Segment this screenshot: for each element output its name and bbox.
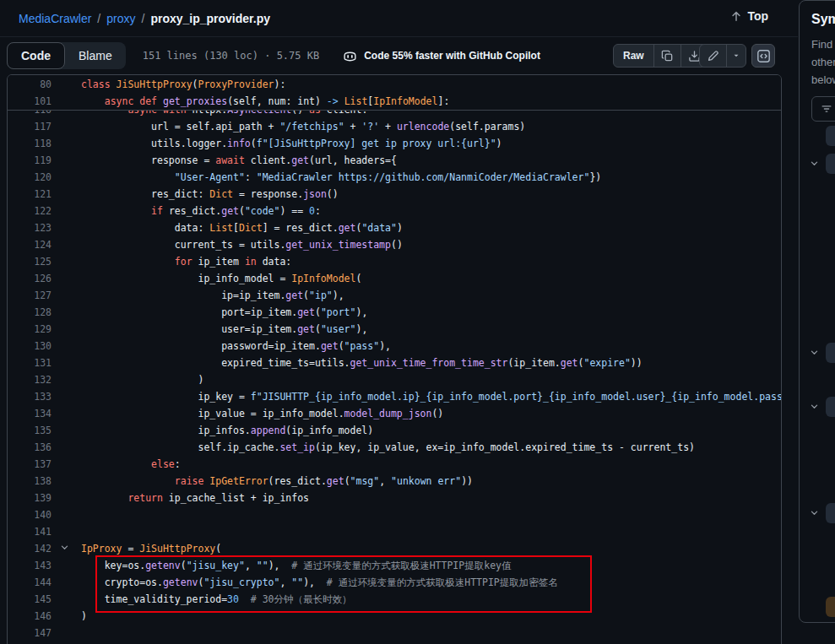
line-number[interactable]: 123 [8,222,52,234]
copy-button[interactable] [653,45,680,67]
breadcrumb-folder-link[interactable]: proxy [106,12,135,25]
code-line-138: 138 raise IpGetError(res_dict.get("msg",… [8,473,781,490]
breadcrumb-filename: proxy_ip_provider.py [150,12,270,25]
line-number[interactable]: 139 [8,492,52,504]
line-number[interactable]: 147 [8,627,52,639]
code-text: response = await client.get(url, headers… [52,152,397,169]
file-info: 151 lines (130 loc) · 5.75 KB [143,50,320,62]
line-number[interactable]: 122 [8,205,52,217]
copilot-label: Code 55% faster with GitHub Copilot [364,50,540,62]
code-line-146: 146) [8,608,781,625]
line-number[interactable]: 138 [8,475,52,487]
code-line-135: 135 ip_infos.append(ip_info_model) [8,422,781,439]
copilot-icon [343,49,357,63]
line-number[interactable]: 119 [8,154,52,166]
line-number[interactable]: 132 [8,374,52,386]
line-number[interactable]: 130 [8,340,52,352]
code-symbol-icon [756,49,771,63]
line-number[interactable]: 124 [8,239,52,251]
breadcrumb-separator: / [97,12,100,25]
symbol-item[interactable] [800,597,835,617]
chevron-down-icon[interactable] [810,159,819,168]
line-number[interactable]: 146 [8,610,52,622]
line-number[interactable]: 80 [8,78,52,90]
line-number[interactable]: 118 [8,138,52,149]
line-number[interactable]: 134 [8,408,52,419]
line-number[interactable]: 126 [8,273,52,284]
line-number[interactable]: 142 [8,543,52,555]
code-text: current_ts = utils.get_unix_timestamp() [52,236,403,253]
symbol-chip[interactable] [826,126,835,146]
code-blame-switch: Code Blame [7,42,126,69]
raw-button-group: Raw [613,44,708,68]
line-number[interactable]: 143 [8,560,52,571]
tab-code[interactable]: Code [7,42,65,69]
symbol-item[interactable] [800,397,835,417]
code-text: if res_dict.get("code") == 0: [52,203,321,219]
back-to-top-label: Top [747,9,768,23]
copilot-banner[interactable]: Code 55% faster with GitHub Copilot [343,49,540,63]
code-line-137: 137 else: [8,456,781,473]
line-number[interactable]: 117 [8,121,52,133]
line-number[interactable]: 121 [8,188,52,200]
code-text: raise IpGetError(res_dict.get("msg", "un… [52,473,473,490]
collapse-chevron-icon[interactable] [60,543,69,552]
line-number[interactable]: 131 [8,357,52,369]
symbols-toggle-button[interactable] [751,44,775,68]
code-line-123: 123 data: List[Dict] = res_dict.get("dat… [8,219,781,236]
line-number[interactable]: 129 [8,323,52,335]
chevron-down-icon[interactable] [810,348,819,357]
breadcrumb-repo-link[interactable]: MediaCrawler [19,12,91,25]
symbol-chip[interactable] [826,154,835,174]
symbol-chip[interactable] [826,503,835,523]
line-number[interactable]: 120 [8,171,52,183]
code-line-130: 130 password=ip_item.get("pass"), [8,338,781,354]
code-line-80: 80class JiSuHttpProxy(ProxyProvider): [8,76,781,93]
line-number[interactable]: 136 [8,441,52,453]
back-to-top-button[interactable]: Top [730,9,768,23]
code-text: key=os.getenv("jisu_key", ""), # 通过环境变量的… [52,557,512,574]
symbols-filter-input[interactable] [811,96,835,122]
line-number[interactable]: 144 [8,576,52,588]
breadcrumb-separator: / [141,12,144,25]
tab-blame[interactable]: Blame [65,42,126,69]
line-number[interactable]: 137 [8,458,52,470]
code-line-139: 139 return ip_cache_list + ip_infos [8,490,781,506]
code-line-129: 129 user=ip_item.get("user"), [8,321,781,338]
code-text: ip=ip_item.get("ip"), [52,287,344,304]
code-line-118: 118 utils.logger.info(f"[JiSuHttpProxy] … [8,135,781,152]
line-number[interactable]: 135 [8,425,52,436]
code-text: ip_key = f"JISUHTTP_{ip_info_model.ip}_{… [52,388,782,405]
code-line-143: 143 key=os.getenv("jisu_key", ""), # 通过环… [8,557,781,574]
edit-button[interactable] [700,45,726,67]
line-number[interactable]: 140 [8,509,52,521]
line-number[interactable]: 125 [8,256,52,268]
line-number[interactable]: 101 [8,95,52,107]
symbol-item[interactable] [800,503,835,523]
symbol-item[interactable] [800,126,835,146]
line-number[interactable]: 145 [8,593,52,605]
code-text: IpProxy = JiSuHttpProxy( [52,540,221,557]
line-number[interactable]: 128 [8,306,52,318]
code-text: ) [52,608,87,625]
symbol-item[interactable] [800,154,835,174]
chevron-down-icon[interactable] [810,508,819,517]
symbol-item[interactable] [800,343,835,363]
file-toolbar: Code Blame 151 lines (130 loc) · 5.75 KB… [0,37,798,74]
code-line-127: 127 ip=ip_item.get("ip"), [8,287,781,304]
code-text: password=ip_item.get("pass"), [52,338,391,354]
edit-dropdown-button[interactable] [726,45,746,67]
line-number[interactable]: 141 [8,526,52,538]
code-line-133: 133 ip_key = f"JISUHTTP_{ip_info_model.i… [8,388,781,405]
symbol-chip[interactable] [826,397,835,417]
raw-button[interactable]: Raw [614,45,653,67]
code-text: ip_value = ip_info_model.model_dump_json… [52,405,443,422]
symbol-chip[interactable] [826,343,835,363]
chevron-down-icon[interactable] [810,402,819,411]
line-number[interactable]: 127 [8,290,52,301]
code-text: class JiSuHttpProxy(ProxyProvider): [52,76,285,93]
symbols-heading: Sym [800,1,835,27]
symbol-chip[interactable] [826,597,835,617]
code-line-124: 124 current_ts = utils.get_unix_timestam… [8,236,781,253]
line-number[interactable]: 133 [8,391,52,403]
